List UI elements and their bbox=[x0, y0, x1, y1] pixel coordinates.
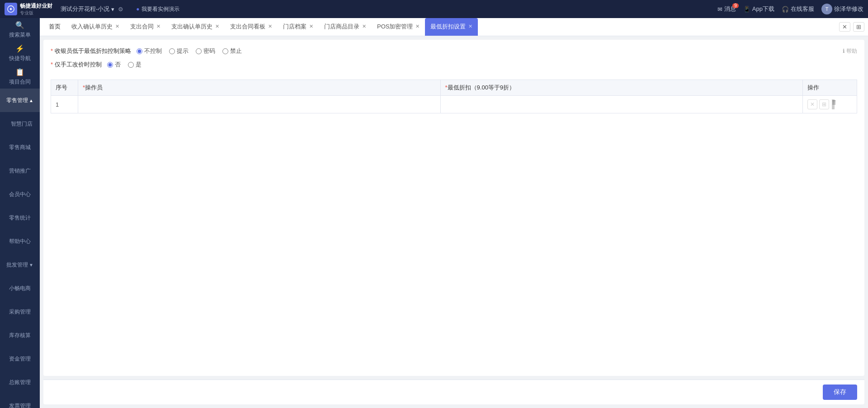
sidebar-item-ledger[interactable]: 总账管理 bbox=[0, 370, 40, 394]
radio-no-control-input[interactable] bbox=[137, 48, 142, 54]
cell-operator[interactable] bbox=[78, 96, 441, 113]
tab-store-archive-label: 门店档案 bbox=[283, 23, 307, 31]
sidebar-item-purchase[interactable]: 采购管理 bbox=[0, 300, 40, 324]
operator-input[interactable] bbox=[83, 101, 436, 108]
required-star: * bbox=[51, 47, 53, 54]
radio-password[interactable]: 密码 bbox=[196, 47, 215, 55]
sidebar-item-invoice[interactable]: 发票管理 bbox=[0, 394, 40, 408]
settings-icon[interactable]: ⚙ bbox=[118, 6, 123, 13]
help-button[interactable]: ℹ 帮助 bbox=[843, 47, 857, 55]
tab-payment-contract-board-label: 支出合同看板 bbox=[230, 23, 265, 31]
sidebar-label-search: 搜索菜单 bbox=[9, 31, 31, 39]
project-selector[interactable]: 测试分开花程-小况 ▾ ⚙ bbox=[57, 3, 127, 15]
tab-pos-password[interactable]: POS加密管理 ✕ bbox=[372, 18, 425, 36]
cell-min-discount[interactable] bbox=[440, 96, 803, 113]
sidebar-label-ecommerce: 小畅电商 bbox=[9, 285, 31, 292]
topbar-right: ✉ 消息 9 📱 App下载 🎧 在线客服 T 徐泽华修改 bbox=[717, 4, 863, 14]
tab-payment-contract-board-close[interactable]: ✕ bbox=[268, 24, 272, 29]
radio-no-control[interactable]: 不控制 bbox=[137, 47, 162, 55]
demo-circle-icon: ● bbox=[136, 6, 139, 12]
cashier-policy-label: * 收银员低于最低折扣控制策略 bbox=[51, 47, 131, 55]
online-service-btn[interactable]: 🎧 在线客服 bbox=[782, 5, 814, 13]
tab-store-products[interactable]: 门店商品目录 ✕ bbox=[319, 18, 372, 36]
sidebar-label-member-center: 会员中心 bbox=[9, 191, 31, 198]
sidebar-item-retail-stats[interactable]: 零售统计 bbox=[0, 206, 40, 230]
tab-pos-password-label: POS加密管理 bbox=[377, 23, 413, 31]
tabbar-close-btn[interactable]: ✕ bbox=[839, 22, 850, 32]
sidebar-item-search[interactable]: 🔍 搜索菜单 bbox=[0, 18, 40, 42]
th-operator-required: * bbox=[83, 84, 85, 91]
sidebar-item-retail-management[interactable]: 零售管理 ▲ bbox=[0, 89, 40, 112]
required-star2: * bbox=[51, 61, 53, 68]
radio-manual-yes[interactable]: 是 bbox=[128, 61, 142, 69]
radio-manual-yes-input[interactable] bbox=[128, 62, 134, 68]
sidebar-label-retail-management: 零售管理 bbox=[6, 97, 28, 104]
radio-prompt-input[interactable] bbox=[169, 48, 175, 54]
sidebar-item-help-center[interactable]: 帮助中心 bbox=[0, 230, 40, 253]
sidebar-item-marketing[interactable]: 营销推广 bbox=[0, 159, 40, 183]
radio-prompt[interactable]: 提示 bbox=[169, 47, 189, 55]
messages-badge: 9 bbox=[732, 3, 739, 8]
messages-btn[interactable]: ✉ 消息 9 bbox=[717, 5, 736, 13]
sidebar-label-quick-nav: 快捷导航 bbox=[9, 55, 31, 62]
discount-table: 序号 *操作员 *最低折扣（9.00等于9折） 操作 1 bbox=[51, 80, 857, 113]
sidebar-label-retail-stats: 零售统计 bbox=[9, 214, 31, 222]
project-contract-icon: 📋 bbox=[15, 68, 24, 76]
sidebar-label-finance: 资金管理 bbox=[9, 355, 31, 363]
row-drag-handle[interactable]: ⠿ bbox=[832, 99, 835, 109]
tabbar-expand-btn[interactable]: ⊞ bbox=[853, 22, 864, 32]
tab-min-discount-setting-label: 最低折扣设置 bbox=[430, 23, 466, 31]
sidebar-item-project-contract[interactable]: 📋 项目合同 bbox=[0, 65, 40, 89]
tab-min-discount-setting[interactable]: 最低折扣设置 ✕ bbox=[425, 18, 478, 36]
help-icon: ℹ bbox=[843, 48, 845, 54]
tab-store-products-close[interactable]: ✕ bbox=[362, 24, 366, 29]
download-icon: 📱 bbox=[743, 6, 750, 13]
radio-manual-no[interactable]: 否 bbox=[107, 61, 121, 69]
row-delete-btn[interactable]: ✕ bbox=[807, 99, 817, 109]
user-profile-btn[interactable]: T 徐泽华修改 bbox=[821, 4, 863, 14]
sidebar-item-inventory[interactable]: 库存核算 bbox=[0, 324, 40, 347]
radio-forbid[interactable]: 禁止 bbox=[222, 47, 242, 55]
row-copy-btn[interactable]: ⊞ bbox=[819, 99, 829, 109]
sidebar-item-retail-mall[interactable]: 零售商城 bbox=[0, 136, 40, 159]
tab-income-confirm-history[interactable]: 收入确认单历史 ✕ bbox=[66, 18, 125, 36]
delete-icon: ✕ bbox=[810, 101, 815, 108]
tab-income-confirm-history-close[interactable]: ✕ bbox=[115, 24, 119, 29]
th-min-discount-required: * bbox=[445, 84, 448, 91]
tabbar-actions: ✕ ⊞ bbox=[839, 22, 864, 32]
tab-payment-contract-board[interactable]: 支出合同看板 ✕ bbox=[225, 18, 278, 36]
online-service-label: 在线客服 bbox=[791, 5, 814, 13]
tab-home[interactable]: 首页 bbox=[43, 18, 66, 36]
tab-store-archive[interactable]: 门店档案 ✕ bbox=[278, 18, 319, 36]
sidebar: 🔍 搜索菜单 ⚡ 快捷导航 📋 项目合同 零售管理 ▲ 智慧门店 零售商城 营销… bbox=[0, 18, 40, 408]
app-download-btn[interactable]: 📱 App下载 bbox=[743, 5, 774, 13]
demo-text[interactable]: 我要看实例演示 bbox=[142, 5, 179, 13]
radio-forbid-input[interactable] bbox=[222, 48, 228, 54]
row-action-group: ✕ ⊞ ⠿ bbox=[807, 99, 852, 109]
message-icon: ✉ bbox=[717, 6, 722, 13]
sidebar-item-wholesale[interactable]: 批发管理 ▼ bbox=[0, 253, 40, 277]
cell-actions: ✕ ⊞ ⠿ bbox=[803, 96, 857, 113]
tab-payment-contract-close[interactable]: ✕ bbox=[156, 24, 160, 29]
radio-password-input[interactable] bbox=[196, 48, 202, 54]
tab-payment-confirm-history[interactable]: 支出确认单历史 ✕ bbox=[166, 18, 225, 36]
tab-payment-contract[interactable]: 支出合同 ✕ bbox=[125, 18, 166, 36]
tab-home-label: 首页 bbox=[49, 23, 61, 31]
tab-payment-contract-label: 支出合同 bbox=[130, 23, 154, 31]
tab-store-archive-close[interactable]: ✕ bbox=[309, 24, 313, 29]
tab-payment-confirm-history-close[interactable]: ✕ bbox=[215, 24, 219, 29]
tab-income-confirm-history-label: 收入确认单历史 bbox=[71, 23, 113, 31]
save-button[interactable]: 保存 bbox=[823, 385, 857, 400]
sidebar-item-ecommerce[interactable]: 小畅电商 bbox=[0, 277, 40, 300]
tab-min-discount-setting-close[interactable]: ✕ bbox=[468, 24, 472, 29]
radio-manual-no-input[interactable] bbox=[107, 62, 113, 68]
min-discount-input[interactable] bbox=[445, 101, 798, 108]
sidebar-item-quick-nav[interactable]: ⚡ 快捷导航 bbox=[0, 42, 40, 65]
sidebar-item-member-center[interactable]: 会员中心 bbox=[0, 183, 40, 206]
sidebar-item-finance[interactable]: 资金管理 bbox=[0, 347, 40, 370]
tab-pos-password-close[interactable]: ✕ bbox=[415, 24, 420, 29]
tab-store-products-label: 门店商品目录 bbox=[324, 23, 359, 31]
sidebar-label-help-center: 帮助中心 bbox=[9, 238, 31, 245]
arrow-up-icon: ▲ bbox=[29, 98, 33, 103]
sidebar-item-smart-store[interactable]: 智慧门店 bbox=[0, 112, 40, 136]
